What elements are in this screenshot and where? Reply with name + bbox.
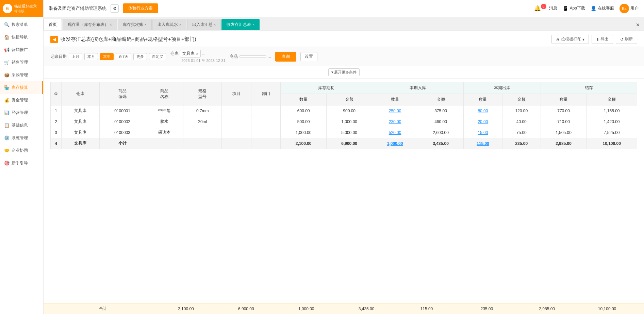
settings-btn[interactable]: 设置 [300,52,317,61]
sidebar-nav: 🔍 搜索菜单 🏠 快捷导航 📢 营销推广 🛒 销售管理 📦 采购管理 🏪 库存核… [0,17,43,314]
expand-conditions-row: ▾ 展开更多条件 [44,66,644,79]
purchase-icon: 📦 [4,72,10,78]
tab-inout-flow[interactable]: 出入库流水 × [152,19,186,30]
tab-receive-summary[interactable]: 收发存汇总表 × [221,19,260,30]
enterprise-icon: 🤝 [4,148,10,153]
trial-btn[interactable]: 体验行业方案 [123,3,158,13]
warehouse-tag: 文具库 [182,51,195,56]
filter-date-7days[interactable]: 近7天 [116,53,131,60]
page-header-actions: 🖨 按模板打印 ▾ ⬇ 导出 ↺ 刷新 [551,35,637,44]
guide-icon: 🎯 [4,161,10,166]
export-icon: ⬇ [596,37,599,42]
tab-close-inventory-dist[interactable]: × [110,23,112,27]
print-btn[interactable]: 🖨 按模板打印 ▾ [551,35,589,44]
tab-close-receive-summary[interactable]: × [252,23,254,27]
home-icon: 🏠 [4,35,10,40]
th-settings[interactable]: ⚙ [51,82,62,105]
query-btn[interactable]: 查询 [275,52,296,62]
user-avatar-btn[interactable]: Ea 用户 [620,4,639,13]
sidebar-item-finance[interactable]: 💰 资金管理 [0,94,43,106]
expand-conditions-btn[interactable]: ▾ 展开更多条件 [328,68,360,76]
sidebar-item-marketing[interactable]: 📢 营销推广 [0,44,43,56]
tab-inventory-dist[interactable]: 现存量（库存分布表） × [63,19,117,30]
th-department: 部门 [251,82,281,105]
system-icon: ⚙️ [4,135,10,141]
th-opening-qty: 数量 [281,94,326,105]
total-in-amt: 3,435.00 [336,307,397,311]
sidebar-item-guide[interactable]: 🎯 新手引导 [0,157,43,169]
warehouse-tag-close[interactable]: × [196,52,198,56]
sidebar-item-system[interactable]: ⚙️ 系统管理 [0,132,43,144]
table-container: ⚙ 仓库 商品编码 商品名称 规格型号 项目 部门 库存期初 本期入库 本期出库… [44,79,644,149]
notification-badge: 6 [541,4,546,9]
print-icon: 🖨 [556,37,560,42]
app-download-btn[interactable]: 📱 App下载 [563,5,585,11]
filter-date-this-month[interactable]: 本月 [84,53,98,60]
warehouse-more-btn[interactable]: ... [202,51,205,56]
data-table: ⚙ 仓库 商品编码 商品名称 规格型号 项目 部门 库存期初 本期入库 本期出库… [50,82,637,149]
sales-icon: 🛒 [4,60,10,65]
total-opening-qty: 2,100.00 [156,307,216,311]
th-group-opening: 库存期初 [281,82,372,94]
total-balance-qty: 2,985.00 [517,307,577,311]
close-page-btn[interactable]: ✕ [632,19,644,30]
phone-icon: 📱 [563,6,568,11]
tab-home[interactable]: 首页 [44,19,62,30]
tab-close-inout-summary[interactable]: × [214,23,216,27]
expand-icon: ▾ [331,70,333,75]
th-warehouse: 仓库 [62,82,100,105]
warehouse-filter-label: 仓库 [170,51,179,56]
th-goods-name: 商品名称 [145,82,183,105]
logo-text: 畅捷通好生意 标准版 [14,4,37,14]
filter-date-last-month[interactable]: 上月 [69,53,82,60]
filter-date-custom[interactable]: 自定义 [149,53,166,60]
sidebar-item-quicknav[interactable]: 🏠 快捷导航 [0,31,43,44]
total-in-qty: 1,000.00 [276,307,336,311]
user-avatar: Ea [620,4,629,13]
tabbar: 首页 现存量（库存分布表） × 库存批次账 × 出入库流水 × 出入库汇总 × … [44,17,644,31]
goods-filter: 商品 ... [230,54,271,60]
sidebar-item-purchase[interactable]: 📦 采购管理 [0,69,43,81]
main-area: 装备及固定资产辅助管理系统 ⚙ 体验行业方案 🔔 6 home 消息 📱 App… [44,0,644,314]
th-out-amt: 金额 [502,94,541,105]
goods-label: 商品 [230,54,238,60]
inventory-icon: 🏪 [4,85,10,90]
sidebar-item-enterprise[interactable]: 🤝 企业协同 [0,144,43,157]
goods-more-btn[interactable]: ... [268,54,271,59]
filter-date-this-year[interactable]: 本年 [100,53,114,60]
th-group-balance: 结存 [541,82,637,94]
settings-icon[interactable]: ⚙ [111,4,119,13]
chevron-down-icon: ▾ [582,37,584,42]
table-row: 3 文具库 0100003 采访本 1,000.00 5,000.00 520.… [51,127,637,138]
sidebar-item-baseinfo[interactable]: 📋 基础信息 [0,119,43,132]
search-icon: 🔍 [4,22,10,28]
tab-batch-ledger[interactable]: 库存批次账 × [118,19,152,30]
export-btn[interactable]: ⬇ 导出 [592,35,613,44]
th-group-out: 本期出库 [464,82,541,94]
th-project: 项目 [222,82,251,105]
th-group-in: 本期入库 [372,82,464,94]
collapse-btn[interactable]: ◀ [50,36,58,43]
footer-total-bar: 合计 2,100.00 6,900.00 1,000.00 3,435.00 1… [44,303,644,314]
tab-close-batch-ledger[interactable]: × [145,23,147,27]
online-service-btn[interactable]: 👤 在线客服 [591,5,614,11]
sidebar-item-inventory[interactable]: 🏪 库存核算 [0,81,43,94]
sidebar-item-sales[interactable]: 🛒 销售管理 [0,56,43,69]
sidebar-item-operation[interactable]: 📊 经营管理 [0,106,43,119]
th-in-amt: 金额 [418,94,463,105]
filter-area: 记账日期 上月 本月 本年 近7天 更多 自定义 仓库 文具库 × [44,47,644,66]
th-out-qty: 数量 [464,94,502,105]
filter-date-more[interactable]: 更多 [133,53,147,60]
tab-inout-summary[interactable]: 出入库汇总 × [187,19,221,30]
date-range-display: 2023-01-01 至 2023-12-31 [170,58,226,63]
sidebar-item-search[interactable]: 🔍 搜索菜单 [0,18,43,31]
tab-close-inout-flow[interactable]: × [179,23,181,27]
topbar: 装备及固定资产辅助管理系统 ⚙ 体验行业方案 🔔 6 home 消息 📱 App… [44,0,644,17]
refresh-btn[interactable]: ↺ 刷新 [616,35,637,44]
baseinfo-icon: 📋 [4,123,10,128]
marketing-icon: 📢 [4,47,10,53]
notification-btn[interactable]: 🔔 6 home 消息 [534,5,557,12]
date-filter-label: 记账日期 [50,54,67,60]
app-logo: 6 畅捷通好生意 标准版 [0,0,43,17]
operation-icon: 📊 [4,110,10,116]
